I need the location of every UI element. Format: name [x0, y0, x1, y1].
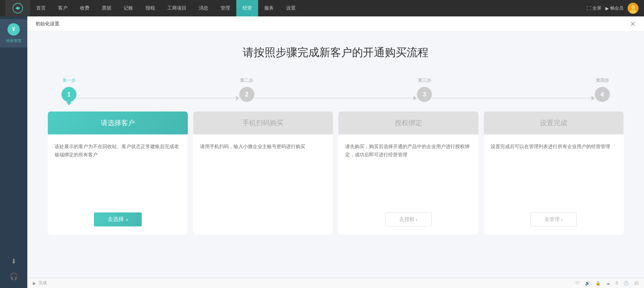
card-3-body: 请先购买，购买后选择开通的产品中的企业用户进行授权绑定，成功后即可进行经营管理: [338, 134, 478, 207]
app-logo[interactable]: [5, 0, 30, 16]
card-select-customer: 请选择客户 该处展示的客户为不在回收站、客户状态正常建账后完成老板端绑定的所有客…: [48, 112, 188, 235]
nav-service[interactable]: 服务: [258, 0, 280, 16]
member-button[interactable]: ▶ 畅会员: [605, 5, 624, 11]
main-layout: ¥ 经营管理 ⬇ 🎧 初始化设置 ✕ 请按照步骤完成新客户的开通购买流程: [0, 16, 644, 288]
svg-point-2: [631, 5, 635, 9]
go-authorize-arrow: ›: [416, 217, 418, 223]
download-icon: ⬇: [11, 257, 17, 265]
card-3-header: 授权绑定: [338, 112, 478, 134]
go-manage-arrow: ›: [561, 217, 563, 223]
step-1: 第一步 1: [61, 77, 76, 102]
user-avatar[interactable]: [628, 3, 639, 14]
go-manage-button[interactable]: 去管理 ›: [530, 212, 577, 226]
card-scan-purchase: 手机扫码购买 请用手机扫码，输入小微企业主账号密码进行购买: [193, 112, 333, 235]
sidebar-item-label: 经营管理: [6, 38, 21, 43]
step-3-label: 第三步: [418, 77, 431, 83]
wizard-content: 请按照步骤完成新客户的开通购买流程 第一步 1 第二步: [27, 31, 644, 278]
ten-count: 10: [634, 281, 639, 286]
connector-2-3: [254, 77, 417, 101]
top-navigation: 首页 客户 收费 票据 记账 报税 工商项目 消息 管理 经营 服务 设置 ⛶ …: [0, 0, 644, 16]
nav-customer[interactable]: 客户: [52, 0, 74, 16]
cloud-icon: ☁: [606, 281, 610, 286]
card-3-footer: 去授权 ›: [338, 207, 478, 235]
yuan-icon: ¥: [8, 23, 20, 36]
card-1-footer: 去选择 ›: [48, 207, 188, 235]
sidebar-bottom: ⬇ 🎧: [0, 254, 27, 288]
page-title: 初始化设置: [36, 21, 59, 27]
go-authorize-button[interactable]: 去授权 ›: [385, 212, 432, 226]
card-authorize: 授权绑定 请先购买，购买后选择开通的产品中的企业用户进行授权绑定，成功后即可进行…: [338, 112, 478, 235]
nav-ticket[interactable]: 票据: [96, 0, 117, 16]
close-button[interactable]: ✕: [630, 21, 636, 27]
go-select-arrow: ›: [126, 216, 128, 223]
steps-indicator: 第一步 1 第二步 2: [48, 77, 624, 102]
lock-icon: 🔒: [596, 281, 601, 286]
step-3-circle: 3: [417, 87, 432, 102]
card-2-title: 手机扫码购买: [242, 118, 283, 128]
step-1-circle: 1: [61, 87, 76, 102]
card-3-title: 授权绑定: [395, 118, 422, 128]
status-text: 完成: [39, 280, 47, 286]
step-2: 第二步 2: [239, 77, 254, 102]
card-4-title: 设置完成: [540, 118, 567, 128]
connector-3-4: [432, 77, 595, 101]
go-authorize-label: 去授权: [399, 216, 415, 223]
step-2-circle: 2: [239, 87, 254, 102]
card-1-title: 请选择客户: [101, 118, 135, 128]
nav-menu: 首页 客户 收费 票据 记账 报税 工商项目 消息 管理 经营 服务 设置: [30, 0, 587, 16]
nav-home[interactable]: 首页: [30, 0, 52, 16]
zero-count: 0: [616, 281, 618, 286]
card-4-footer: 去管理 ›: [484, 207, 624, 235]
sidebar-download[interactable]: ⬇: [0, 254, 27, 269]
card-1-body: 该处展示的客户为不在回收站、客户状态正常建账后完成老板端绑定的所有客户: [48, 134, 188, 207]
fullscreen-icon: ⛶: [587, 6, 591, 11]
card-2-body: 请用手机扫码，输入小微企业主账号密码进行购买: [193, 134, 333, 221]
shield-icon: 🛡: [575, 281, 579, 286]
card-4-header: 设置完成: [484, 112, 624, 134]
card-1-description: 该处展示的客户为不在回收站、客户状态正常建账后完成老板端绑定的所有客户: [55, 144, 179, 157]
headset-icon: 🎧: [10, 272, 18, 280]
go-manage-label: 去管理: [544, 216, 560, 223]
step-1-label: 第一步: [62, 77, 76, 83]
volume-icon: 🔊: [585, 281, 590, 286]
time-icon: 🕙: [624, 281, 629, 286]
status-right-icons: 🛡 🔊 🔒 ☁ 0 🕙 10: [575, 281, 639, 286]
go-select-button[interactable]: 去选择 ›: [94, 212, 142, 226]
play-status-icon: ▶: [33, 281, 36, 286]
nav-tax[interactable]: 报税: [139, 0, 161, 16]
page-header: 初始化设置 ✕: [27, 16, 644, 31]
play-icon: ▶: [605, 6, 609, 11]
card-4-description: 设置完成后可以在管理列表进行所有企业用户的经营管理: [491, 144, 610, 149]
card-2-header: 手机扫码购买: [193, 112, 333, 134]
step-4-circle: 4: [595, 87, 610, 102]
sidebar: ¥ 经营管理 ⬇ 🎧: [0, 16, 27, 288]
nav-operation[interactable]: 经营: [236, 0, 258, 16]
go-select-label: 去选择: [108, 216, 124, 223]
status-bar: ▶ 完成 🛡 🔊 🔒 ☁ 0 🕙 10: [27, 278, 644, 288]
connector-1-2: [76, 77, 239, 101]
card-2-footer: [193, 221, 333, 235]
nav-manage[interactable]: 管理: [214, 0, 236, 16]
nav-accounting[interactable]: 记账: [117, 0, 139, 16]
card-setup-complete: 设置完成 设置完成后可以在管理列表进行所有企业用户的经营管理 去管理 ›: [484, 112, 624, 235]
step-3: 第三步 3: [417, 77, 432, 102]
card-1-header: 请选择客户: [48, 112, 188, 134]
nav-settings[interactable]: 设置: [280, 0, 302, 16]
cards-container: 请选择客户 该处展示的客户为不在回收站、客户状态正常建账后完成老板端绑定的所有客…: [48, 112, 624, 235]
step-4: 第四步 4: [595, 77, 610, 102]
nav-right-actions: ⛶ 全屏 ▶ 畅会员: [587, 3, 639, 14]
step-2-label: 第二步: [240, 77, 253, 83]
content-area: 初始化设置 ✕ 请按照步骤完成新客户的开通购买流程 第一步 1: [27, 16, 644, 288]
wizard-title: 请按照步骤完成新客户的开通购买流程: [48, 45, 624, 60]
nav-business[interactable]: 工商项目: [161, 0, 193, 16]
fullscreen-button[interactable]: ⛶ 全屏: [587, 5, 601, 11]
nav-fee[interactable]: 收费: [74, 0, 96, 16]
sidebar-support[interactable]: 🎧: [0, 269, 27, 284]
card-3-description: 请先购买，购买后选择开通的产品中的企业用户进行授权绑定，成功后即可进行经营管理: [345, 144, 470, 157]
step-4-label: 第四步: [596, 77, 609, 83]
card-4-body: 设置完成后可以在管理列表进行所有企业用户的经营管理: [484, 134, 624, 207]
nav-message[interactable]: 消息: [193, 0, 214, 16]
sidebar-item-operation[interactable]: ¥ 经营管理: [0, 19, 27, 48]
card-2-description: 请用手机扫码，输入小微企业主账号密码进行购买: [200, 144, 305, 149]
